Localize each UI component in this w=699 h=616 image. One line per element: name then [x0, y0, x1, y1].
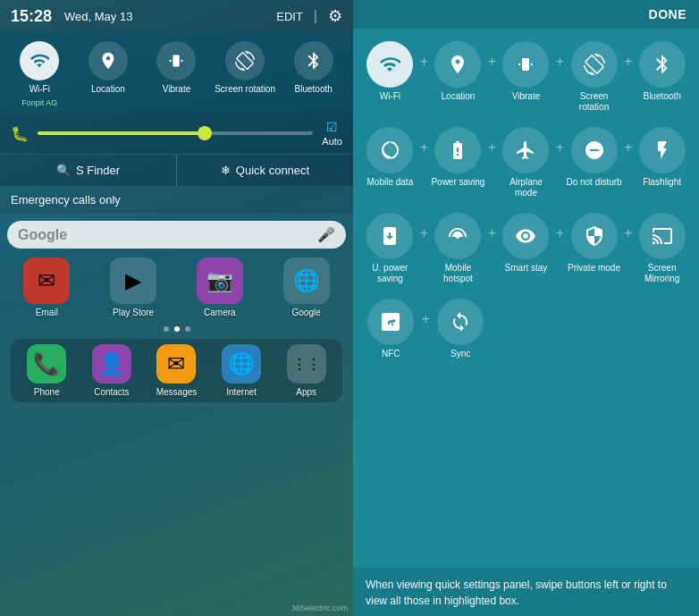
search-icon: 🔍: [56, 164, 71, 177]
email-icon: ✉: [23, 257, 70, 304]
internet-label: Internet: [226, 387, 257, 397]
right-smartstay[interactable]: Smart stay: [496, 207, 556, 279]
plus-7: +: [556, 122, 564, 156]
right-bluetooth-icon: [639, 41, 686, 88]
right-airplane-label: Airplane mode: [498, 177, 554, 198]
status-bar: 15:28 Wed, May 13 EDIT | ⚙: [0, 0, 353, 32]
right-nfc-label: NFC: [382, 349, 400, 359]
rotation-label: Screen rotation: [215, 84, 275, 95]
right-vibrate[interactable]: Vibrate: [496, 36, 556, 107]
right-privatemode[interactable]: Private mode: [564, 207, 624, 279]
right-upowersaving-icon: [366, 213, 413, 259]
right-airplane[interactable]: Airplane mode: [496, 122, 556, 204]
status-time: 15:28: [11, 7, 52, 26]
right-screenmirror[interactable]: Screen Mirroring: [632, 207, 692, 290]
right-upowersaving[interactable]: U. power saving: [360, 207, 420, 290]
toggle-wifi[interactable]: Wi-Fi Fonpit AG: [9, 41, 70, 107]
dock-contacts[interactable]: 👤 Contacts: [81, 344, 143, 397]
left-panel: 15:28 Wed, May 13 EDIT | ⚙ Wi-Fi Fonpit …: [0, 0, 353, 616]
plus-9: +: [420, 207, 428, 241]
toggle-rotation[interactable]: Screen rotation: [215, 41, 275, 107]
plus-12: +: [624, 207, 632, 241]
right-vibrate-icon: [502, 41, 549, 88]
contacts-icon: 👤: [92, 344, 131, 384]
app-email[interactable]: ✉ Email: [7, 257, 87, 317]
wifi-label: Wi-Fi: [29, 84, 50, 95]
right-rotation[interactable]: Screen rotation: [564, 36, 624, 118]
search-row: 🔍 S Finder ❄ Quick connect: [0, 154, 353, 186]
location-icon: [88, 41, 128, 80]
camera-label: Camera: [204, 308, 236, 317]
right-wifi[interactable]: Wi-Fi: [360, 36, 420, 107]
right-screenmirror-label: Screen Mirroring: [634, 263, 690, 284]
messages-label: Messages: [156, 387, 198, 397]
right-nfc[interactable]: NFC: [360, 293, 422, 365]
dock-phone[interactable]: 📞 Phone: [16, 344, 78, 397]
right-flashlight-label: Flashlight: [643, 177, 681, 188]
edit-button[interactable]: EDIT: [276, 10, 303, 23]
dock: 📞 Phone 👤 Contacts ✉ Messages 🌐 Internet…: [11, 339, 342, 402]
rotation-icon: [225, 41, 265, 80]
dock-internet[interactable]: 🌐 Internet: [211, 344, 273, 397]
right-mobiledata[interactable]: Mobile data: [360, 122, 420, 193]
right-screenmirror-icon: [639, 213, 686, 259]
playstore-label: Play Store: [113, 308, 154, 317]
right-sync[interactable]: Sync: [430, 293, 492, 365]
contacts-label: Contacts: [94, 387, 129, 397]
right-mobiledata-label: Mobile data: [367, 177, 414, 188]
app-google[interactable]: 🌐 Google: [266, 257, 346, 317]
wifi-icon: [20, 41, 59, 80]
right-upowersaving-label: U. power saving: [362, 263, 418, 284]
home-screen: Google 🎤 ✉ Email ▶ Play Store 📷 Camera 🌐…: [0, 214, 353, 409]
right-bluetooth[interactable]: Bluetooth: [632, 36, 692, 107]
phone-label: Phone: [34, 387, 60, 397]
sfinder-button[interactable]: 🔍 S Finder: [0, 155, 177, 186]
vibrate-label: Vibrate: [163, 84, 191, 95]
brightness-slider[interactable]: [38, 131, 313, 135]
bluetooth-label: Bluetooth: [295, 84, 333, 95]
right-mobilehotspot-label: Mobile hotspot: [430, 263, 486, 284]
done-button[interactable]: DONE: [649, 7, 686, 21]
right-rotation-icon: [571, 41, 618, 88]
grid-row-3: U. power saving + Mobile hotspot + Smart…: [360, 207, 692, 290]
right-location[interactable]: Location: [428, 36, 488, 107]
sfinder-label: S Finder: [76, 164, 120, 177]
right-bluetooth-label: Bluetooth: [643, 91, 680, 102]
right-mobiledata-icon: [366, 127, 413, 173]
google-search-bar[interactable]: Google 🎤: [7, 221, 346, 249]
toggle-location[interactable]: Location: [78, 41, 139, 107]
dock-messages[interactable]: ✉ Messages: [146, 344, 207, 397]
google-logo: Google: [18, 227, 67, 243]
google-icon: 🌐: [283, 257, 330, 304]
location-label: Location: [91, 84, 125, 95]
grid-row-1: Wi-Fi + Location + Vibrate +: [360, 36, 692, 118]
plus-3: +: [556, 36, 564, 70]
right-flashlight[interactable]: Flashlight: [632, 122, 692, 193]
settings-icon[interactable]: ⚙: [328, 6, 342, 26]
dock-apps[interactable]: ⋮⋮ Apps: [275, 344, 337, 397]
right-vibrate-label: Vibrate: [512, 91, 541, 102]
app-grid: ✉ Email ▶ Play Store 📷 Camera 🌐 Google: [7, 257, 346, 317]
page-dots: [7, 326, 346, 332]
apps-icon: ⋮⋮: [287, 344, 326, 384]
vibrate-icon: [156, 41, 196, 80]
right-powersaving[interactable]: Power saving: [428, 122, 488, 193]
internet-icon: 🌐: [222, 344, 261, 384]
right-mobilehotspot[interactable]: Mobile hotspot: [428, 207, 488, 290]
plus-8: +: [624, 122, 632, 156]
quickconnect-button[interactable]: ❄ Quick connect: [177, 155, 353, 186]
app-camera[interactable]: 📷 Camera: [181, 257, 260, 317]
right-dnd[interactable]: Do not disturb: [564, 122, 624, 193]
wifi-network: Fonpit AG: [21, 98, 57, 107]
right-location-label: Location: [442, 91, 476, 102]
toggle-vibrate[interactable]: Vibrate: [146, 41, 206, 107]
brightness-min-icon: 🐛: [11, 125, 29, 142]
mic-icon: 🎤: [317, 226, 335, 243]
right-wifi-icon: [366, 41, 413, 88]
auto-check-icon: ☑: [326, 120, 338, 134]
dot-1: [164, 326, 169, 332]
toggle-bluetooth[interactable]: Bluetooth: [283, 41, 344, 107]
app-playstore[interactable]: ▶ Play Store: [94, 257, 173, 317]
bluetooth-icon: [294, 41, 333, 80]
playstore-icon: ▶: [110, 257, 156, 304]
